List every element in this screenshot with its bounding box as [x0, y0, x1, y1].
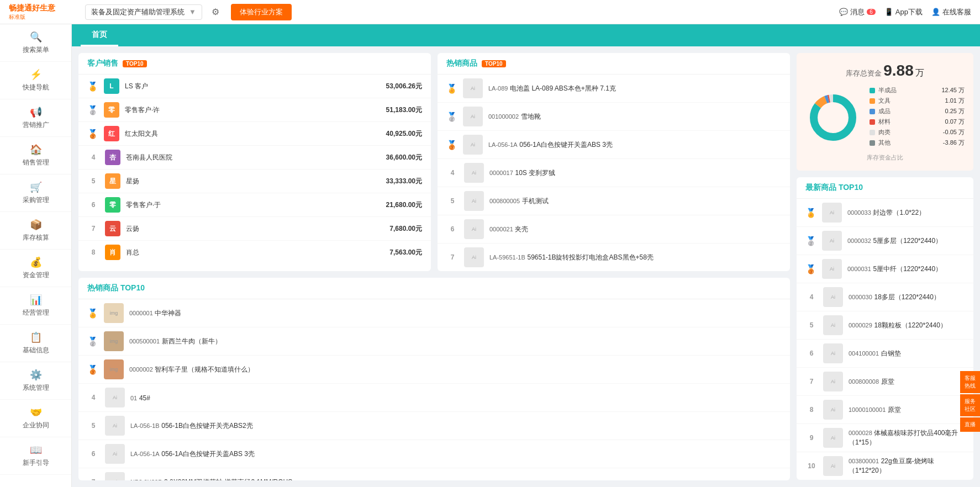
- sidebar-item-basic[interactable]: 📋 基础信息: [0, 325, 71, 362]
- system-selector[interactable]: 装备及固定资产辅助管理系统 ▼: [85, 4, 202, 20]
- product-info-4: 0000017 10S 变刹罗狨: [489, 168, 781, 178]
- new-product-info-3: 0000031 5厘中纤（1220*2440）: [847, 264, 965, 274]
- hot-product-row-2: 🥈 img 000500001 新西兰牛肉（新牛）: [78, 327, 790, 356]
- legend-item-6: 其他 -3.86 万: [870, 139, 965, 147]
- customer-name-2: 零售客户·许: [125, 105, 381, 115]
- medal-icon-1: 🏅: [87, 81, 98, 92]
- messages-btn[interactable]: 💬 消息 6: [839, 7, 876, 17]
- chart-icon: 📊: [30, 294, 42, 306]
- product-right-medal-2: 🥈: [446, 112, 457, 122]
- sidebar-item-guide[interactable]: 📖 新手引导: [0, 437, 71, 475]
- product-right-row-7: 7 Ai LA-59651-1B 59651-1B旋转投影灯电池盒ABS黑色+5…: [438, 244, 790, 271]
- top-header: 畅捷通好生意 标准版 装备及固定资产辅助管理系统 ▼ ⚙ 体验行业方案 💬 消息…: [0, 0, 980, 24]
- inventory-unit: 万: [915, 68, 924, 77]
- product-right-row-6: 6 Ai 0000021 夹壳: [438, 215, 790, 244]
- sidebar-item-sales[interactable]: 🏠 销售管理: [0, 137, 71, 174]
- legend-label-1: 半成品: [878, 86, 938, 94]
- sidebar-label-basic: 基础信息: [23, 346, 49, 355]
- list-icon: 📋: [30, 331, 42, 343]
- medal-icon-2: 🥈: [87, 105, 98, 115]
- hot-product-img-2: img: [104, 331, 124, 351]
- tab-home[interactable]: 首页: [81, 24, 118, 46]
- customer-row-6: 6 零 零售客户·于 21,680.00元: [78, 193, 431, 217]
- mobile-icon: 📱: [884, 8, 893, 16]
- sidebar-label-finance: 资金管理: [23, 271, 49, 280]
- new-product-info-9: 0000028 体械嘉核味苏打饮品400毫升（1*15）: [849, 428, 965, 447]
- new-products-card: 最新商品 TOP10 🏅 Ai 0000033 封边带（1.0*22）: [797, 177, 973, 480]
- legend-dot-1: [870, 88, 875, 93]
- sidebar-item-inventory[interactable]: 📦 库存核算: [0, 212, 71, 250]
- new-item-row-3: 🥉 Ai 0000031 5厘中纤（1220*2440）: [797, 255, 973, 283]
- customer-row-3: 🥉 红 红太阳文具 40,925.00元: [78, 122, 431, 146]
- float-btn-live[interactable]: 直播: [960, 417, 980, 432]
- sidebar-item-system[interactable]: ⚙️ 系统管理: [0, 362, 71, 400]
- customer-value-2: 51,183.00元: [386, 105, 422, 115]
- rank-num-5: 5: [87, 175, 99, 187]
- hot-product-info-5: LA-056-1B 056-1B白色按键开关壳ABS2壳: [130, 421, 781, 431]
- legend-dot-3: [870, 109, 875, 114]
- customer-value-3: 40,925.00元: [386, 129, 422, 139]
- customer-avatar-5: 星: [105, 173, 120, 189]
- legend-item-4: 材料 0.07 万: [870, 118, 965, 126]
- sidebar-label-nav: 快捷导航: [23, 83, 49, 92]
- product-img-2: Ai: [463, 107, 483, 126]
- new-rank-5: 5: [805, 319, 818, 331]
- new-rank-8: 8: [805, 404, 818, 416]
- sidebar-item-nav[interactable]: ⚡ 快捷导航: [0, 62, 71, 99]
- gear-icon[interactable]: ⚙: [207, 3, 224, 21]
- product-top10-right-title: 热销商品: [446, 59, 477, 68]
- new-product-img-8: Ai: [823, 400, 843, 420]
- hot-product-row-1: 🏅 img 0000001 中华神器: [78, 299, 790, 327]
- new-product-info-4: 0000030 18多层（1220*2440）: [849, 293, 965, 302]
- message-badge: 6: [867, 9, 876, 15]
- sidebar-label-operations: 经营管理: [23, 308, 49, 317]
- legend-value-6: -3.86 万: [943, 139, 965, 147]
- legend-value-3: 0.25 万: [945, 107, 965, 115]
- sidebar-label-inventory: 库存核算: [23, 233, 49, 242]
- customer-avatar-6: 零: [105, 197, 120, 213]
- sidebar-item-operations[interactable]: 📊 经营管理: [0, 287, 71, 325]
- new-product-info-6: 004100001 白钢垫: [849, 349, 965, 358]
- new-product-info-1: 0000033 封边带（1.0*22）: [847, 208, 965, 218]
- inventory-total: 库存总资金 9.88 万: [805, 62, 965, 80]
- new-product-img-3: Ai: [822, 259, 842, 279]
- product-img-3: Ai: [463, 135, 483, 155]
- customer-top10-card: 客户销售 TOP10 🏅 L LS 客户 53,006.26元 �: [78, 53, 431, 271]
- new-item-row-4: 4 Ai 0000030 18多层（1220*2440）: [797, 283, 973, 311]
- hot-product-row-7: 7 Ai NB2.0X30B 2.0X30MM双搓花轴,搓花直径2.1MM/RO…: [78, 468, 790, 480]
- sidebar-item-marketing[interactable]: 📢 营销推广: [0, 99, 71, 137]
- sidebar-item-cooperation[interactable]: 🤝 企业协同: [0, 400, 71, 437]
- new-product-img-9: Ai: [823, 428, 843, 448]
- hot-product-info-7: NB2.0X30B 2.0X30MM双搓花轴,搓花直径2.1MM/ROHS: [130, 478, 781, 481]
- online-service-btn[interactable]: 👤 在线客服: [931, 7, 971, 17]
- hot-rank-7: 7: [87, 476, 99, 480]
- top-right-actions: 💬 消息 6 📱 App下载 👤 在线客服: [839, 7, 971, 17]
- try-button[interactable]: 体验行业方案: [231, 4, 292, 20]
- customer-value-7: 7,680.00元: [389, 224, 422, 234]
- sidebar-item-purchase[interactable]: 🛒 采购管理: [0, 174, 71, 212]
- new-product-img-7: Ai: [823, 372, 843, 391]
- top10-badge: TOP10: [123, 60, 147, 67]
- hot-medal-3: 🥉: [87, 364, 98, 375]
- product-right-row-2: 🥈 Ai 001000002 雪地靴: [438, 103, 790, 131]
- hot-rank-5: 5: [87, 420, 99, 432]
- float-btn-community[interactable]: 服务社区: [960, 394, 980, 416]
- hot-product-row-4: 4 Ai 01 45#: [78, 384, 790, 412]
- customer-top10-title: 客户销售: [87, 59, 118, 68]
- sidebar-item-finance[interactable]: 💰 资金管理: [0, 250, 71, 287]
- inventory-value: 9.88: [883, 62, 914, 79]
- app-download-btn[interactable]: 📱 App下载: [884, 7, 923, 17]
- new-product-info-7: 000800008 原堂: [849, 377, 965, 387]
- sidebar-label-sales: 销售管理: [23, 158, 49, 167]
- new-products-header: 最新商品 TOP10: [797, 177, 973, 199]
- sidebar-item-search[interactable]: 🔍 搜索菜单: [0, 24, 71, 62]
- customer-avatar-1: L: [104, 78, 119, 94]
- customer-name-5: 星扬: [126, 177, 381, 186]
- hot-medal-1: 🏅: [87, 308, 98, 319]
- product-right-row-5: 5 Ai 000800005 手机测试: [438, 187, 790, 215]
- float-btn-service[interactable]: 客服热线: [960, 371, 980, 393]
- new-item-row-10: 10 Ai 003800001 22g鱼豆腐-烧烤味（1*12*20）: [797, 452, 973, 480]
- cart-icon: 🛒: [30, 181, 42, 193]
- customer-name-6: 零售客户·于: [126, 200, 381, 210]
- right-column: 库存总资金 9.88 万: [797, 53, 973, 480]
